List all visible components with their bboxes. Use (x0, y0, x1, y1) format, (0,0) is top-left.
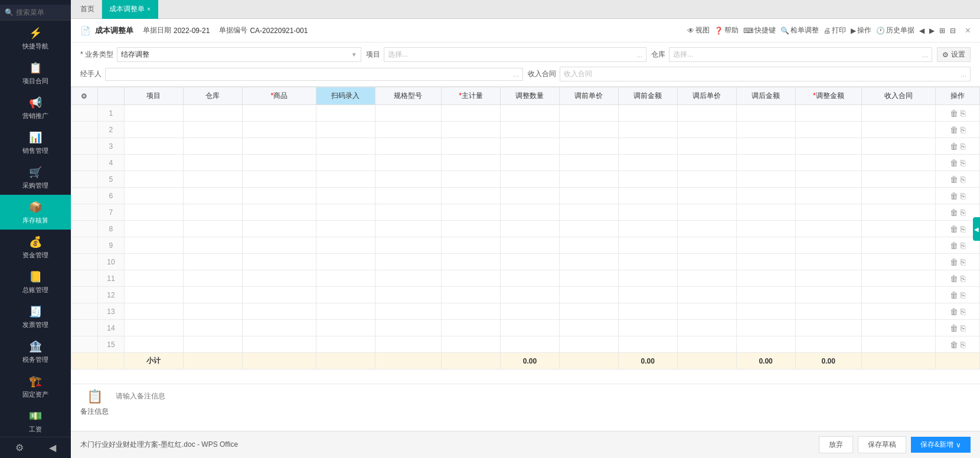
cell-spec-10[interactable] (375, 254, 441, 270)
sidebar-item-sales-promo[interactable]: 📢营销推广 (0, 90, 71, 125)
cell-spec-11[interactable] (375, 270, 441, 287)
cell-before_amount-8[interactable] (618, 221, 677, 237)
cell-after_price-14[interactable] (677, 320, 736, 336)
cell-before_amount-14[interactable] (618, 320, 677, 336)
cell-unit-8[interactable] (442, 221, 501, 237)
cell-settings-3[interactable] (71, 138, 98, 155)
copy-btn-11[interactable]: ⎘ (961, 274, 965, 283)
income-contract-input[interactable]: 收入合同 ... (560, 67, 971, 81)
cell-before_amount-5[interactable] (618, 171, 677, 188)
cell-unit-15[interactable] (442, 336, 501, 353)
copy-btn-15[interactable]: ⎘ (961, 340, 965, 349)
cell-goods-3[interactable] (242, 138, 316, 155)
cell-after_amount-6[interactable] (736, 188, 795, 204)
cell-after_amount-10[interactable] (736, 254, 795, 270)
cell-after_amount-8[interactable] (736, 221, 795, 237)
cell-after_price-10[interactable] (677, 254, 736, 270)
cell-spec-3[interactable] (375, 138, 441, 155)
cell-spec-5[interactable] (375, 171, 441, 188)
cell-spec-9[interactable] (375, 237, 441, 254)
cell-adj_qty-12[interactable] (500, 287, 559, 303)
cell-adj_qty-2[interactable] (500, 122, 559, 138)
cell-after_amount-7[interactable] (736, 204, 795, 221)
delete-btn-4[interactable]: 🗑 (950, 158, 958, 168)
cell-after_price-11[interactable] (677, 270, 736, 287)
cell-after_price-7[interactable] (677, 204, 736, 221)
save-new-button[interactable]: 保存&新增 ∨ (911, 437, 971, 453)
cell-after_amount-4[interactable] (736, 155, 795, 171)
sidebar-item-finance[interactable]: 💰资金管理 (0, 230, 71, 264)
cell-settings-15[interactable] (71, 336, 98, 353)
cell-goods-6[interactable] (242, 188, 316, 204)
cell-scan-14[interactable] (316, 320, 375, 336)
cell-warehouse-3[interactable] (183, 138, 242, 155)
cell-adj_amount-8[interactable] (795, 221, 861, 237)
cell-income_contract-4[interactable] (861, 155, 935, 171)
cell-settings-2[interactable] (71, 122, 98, 138)
cell-adj_amount-14[interactable] (795, 320, 861, 336)
cell-goods-14[interactable] (242, 320, 316, 336)
cell-after_price-9[interactable] (677, 237, 736, 254)
cell-unit-5[interactable] (442, 171, 501, 188)
cell-scan-15[interactable] (316, 336, 375, 353)
cell-adj_qty-6[interactable] (500, 188, 559, 204)
cell-scan-1[interactable] (316, 105, 375, 122)
biz-type-select[interactable]: 结存调整 ▼ (117, 47, 361, 62)
cell-goods-15[interactable] (242, 336, 316, 353)
cell-goods-1[interactable] (242, 105, 316, 122)
cell-before_amount-10[interactable] (618, 254, 677, 270)
cell-warehouse-6[interactable] (183, 188, 242, 204)
cell-goods-5[interactable] (242, 171, 316, 188)
cell-before_amount-11[interactable] (618, 270, 677, 287)
cell-scan-13[interactable] (316, 303, 375, 320)
sidebar-item-sales-mgmt[interactable]: 📊销售管理 (0, 125, 71, 160)
cell-spec-2[interactable] (375, 122, 441, 138)
cell-before_amount-3[interactable] (618, 138, 677, 155)
cell-project-15[interactable] (124, 336, 183, 353)
cell-spec-8[interactable] (375, 221, 441, 237)
cell-income_contract-15[interactable] (861, 336, 935, 353)
cell-before_amount-12[interactable] (618, 287, 677, 303)
collapse-icon[interactable]: ◀ (49, 442, 56, 453)
sidebar-item-ledger[interactable]: 📒总账管理 (0, 264, 71, 299)
doc-action-grid1[interactable]: ⊞ (939, 27, 945, 35)
cell-project-9[interactable] (124, 237, 183, 254)
cell-warehouse-7[interactable] (183, 204, 242, 221)
cell-warehouse-15[interactable] (183, 336, 242, 353)
cell-adj_qty-14[interactable] (500, 320, 559, 336)
cell-goods-8[interactable] (242, 221, 316, 237)
cell-adj_amount-3[interactable] (795, 138, 861, 155)
cell-settings-1[interactable] (71, 105, 98, 122)
save-draft-button[interactable]: 保存草稿 (858, 436, 906, 453)
cell-before_price-10[interactable] (559, 254, 618, 270)
cell-settings-9[interactable] (71, 237, 98, 254)
cell-after_amount-9[interactable] (736, 237, 795, 254)
doc-action-check-adjust[interactable]: 🔍检单调整 (780, 25, 819, 35)
cell-before_amount-15[interactable] (618, 336, 677, 353)
cell-after_price-6[interactable] (677, 188, 736, 204)
cell-warehouse-8[interactable] (183, 221, 242, 237)
tab-home[interactable]: 首页 (73, 0, 102, 19)
cell-before_amount-1[interactable] (618, 105, 677, 122)
cell-spec-6[interactable] (375, 188, 441, 204)
copy-btn-3[interactable]: ⎘ (961, 142, 965, 151)
cell-project-13[interactable] (124, 303, 183, 320)
doc-action-next[interactable]: ▶ (929, 27, 935, 35)
cell-goods-2[interactable] (242, 122, 316, 138)
cell-scan-4[interactable] (316, 155, 375, 171)
cell-after_amount-13[interactable] (736, 303, 795, 320)
cell-warehouse-10[interactable] (183, 254, 242, 270)
cell-income_contract-5[interactable] (861, 171, 935, 188)
cell-unit-4[interactable] (442, 155, 501, 171)
cell-project-7[interactable] (124, 204, 183, 221)
cell-after_price-12[interactable] (677, 287, 736, 303)
cell-adj_amount-9[interactable] (795, 237, 861, 254)
cell-adj_qty-3[interactable] (500, 138, 559, 155)
notes-icon-area[interactable]: 📋 备注信息 (80, 389, 109, 417)
cell-spec-12[interactable] (375, 287, 441, 303)
cell-before_amount-13[interactable] (618, 303, 677, 320)
cell-before_price-11[interactable] (559, 270, 618, 287)
cell-after_amount-1[interactable] (736, 105, 795, 122)
cell-unit-12[interactable] (442, 287, 501, 303)
cell-warehouse-2[interactable] (183, 122, 242, 138)
